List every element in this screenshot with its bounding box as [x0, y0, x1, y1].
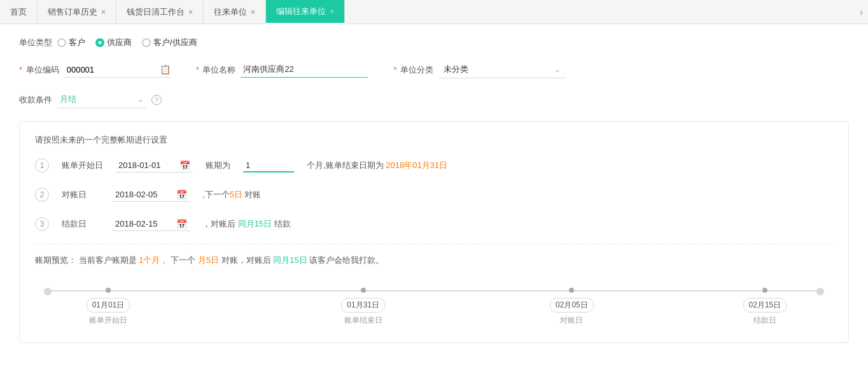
unit-name-input[interactable] — [241, 62, 368, 78]
timeline-date-2: 01月31日 — [341, 298, 385, 313]
tab-counterpart-close[interactable]: × — [251, 8, 255, 17]
radio-both-label: 客户/供应商 — [153, 37, 197, 48]
preview-highlight-3: 同月15日 — [273, 255, 307, 265]
step-date-1: 📅 — [116, 159, 193, 172]
step-label-1: 账单开始日 — [62, 160, 103, 171]
step-2-highlight: 5日 — [230, 190, 242, 199]
payment-terms-select[interactable]: 月结 ⌄ — [57, 91, 146, 108]
unit-code-star: * — [19, 65, 22, 74]
payment-terms-chevron-down-icon: ⌄ — [137, 95, 144, 104]
unit-code-input[interactable] — [64, 62, 160, 77]
step-row-1: 1 账单开始日 📅 账期为 个月,账单结束日期为 2018年01月31日 — [35, 158, 833, 172]
unit-type-row: 单位类型 客户 供应商 客户/供应商 — [19, 37, 849, 48]
unit-type-radio-group: 客户 供应商 客户/供应商 — [57, 37, 197, 48]
unit-code-label: * 单位编码 — [19, 64, 59, 76]
timeline-dot-1 — [106, 288, 111, 293]
tab-cash-work-label: 钱货日清工作台 — [127, 6, 185, 18]
timeline-label-3: 对账日 — [560, 315, 583, 326]
timeline-date-4: 02月15日 — [743, 298, 787, 313]
step-date-input-2[interactable] — [115, 190, 172, 199]
radio-supplier[interactable]: 供应商 — [95, 37, 132, 48]
preview-text-2: 下一个 — [171, 255, 195, 265]
unit-category-value: 未分类 — [444, 64, 550, 75]
payment-terms-row: 收款条件 月结 ⌄ ? — [19, 91, 849, 108]
tab-home[interactable]: 首页 — [0, 0, 38, 24]
timeline-dot-2 — [361, 288, 366, 293]
payment-terms-field: 收款条件 月结 ⌄ ? — [19, 91, 162, 108]
tab-home-label: 首页 — [10, 6, 27, 18]
step-3-highlight: 同月15日 — [238, 219, 272, 229]
radio-both[interactable]: 客户/供应商 — [142, 37, 197, 48]
radio-supplier-label: 供应商 — [107, 37, 132, 48]
preview-label: 账期预览： — [35, 255, 76, 265]
timeline-point-4: 02月15日 结款日 — [743, 285, 787, 326]
timeline-dot-4 — [762, 288, 767, 293]
step-label-2: 对账日 — [62, 189, 100, 201]
radio-customer-label: 客户 — [69, 37, 85, 48]
calendar-icon-3[interactable]: 📅 — [176, 219, 187, 229]
tab-counterpart[interactable]: 往来单位 × — [204, 0, 266, 24]
step-2-desc: ,下一个5日 对账 — [202, 189, 261, 201]
timeline-dot-left — [44, 288, 52, 295]
tab-edit-counterpart[interactable]: 编辑往来单位 × — [266, 0, 345, 24]
radio-both-circle — [142, 38, 151, 47]
calendar-icon-2[interactable]: 📅 — [176, 190, 187, 200]
unit-name-field: * 单位名称 — [196, 62, 368, 78]
main-content: 单位类型 客户 供应商 客户/供应商 * 单位编码 — [0, 24, 868, 387]
tab-counterpart-label: 往来单位 — [214, 6, 247, 18]
timeline-point-1: 01月01日 账单开始日 — [87, 285, 130, 326]
timeline-date-3: 02月05日 — [550, 298, 594, 313]
unit-category-label: * 单位分类 — [393, 64, 433, 76]
preview-highlight-1: 1个月， — [139, 255, 168, 265]
step-date-input-3[interactable] — [115, 219, 172, 229]
tab-sales-history-label: 销售订单历史 — [48, 6, 97, 18]
step-period-label: 账期为 — [206, 160, 230, 171]
unit-info-row: * 单位编码 📋 * 单位名称 * 单位分类 未分类 ⌄ — [19, 61, 849, 78]
tab-scroll-arrow[interactable]: › — [855, 0, 868, 24]
calendar-icon-1[interactable]: 📅 — [179, 160, 190, 171]
step-3-desc: ，对账后 同月15日 结款 — [202, 218, 291, 230]
timeline-label-1: 账单开始日 — [89, 315, 127, 326]
step-row-2: 2 对账日 📅 ,下一个5日 对账 — [35, 188, 833, 202]
timeline: 01月01日 账单开始日 01月31日 账单结束日 02月05日 对账日 — [48, 285, 820, 330]
step-label-3: 结款日 — [62, 218, 100, 230]
unit-type-label: 单位类型 — [19, 37, 52, 48]
tab-sales-history-close[interactable]: × — [101, 8, 106, 17]
step-date-3: 📅 — [113, 218, 190, 231]
unit-name-star: * — [196, 65, 199, 74]
tab-sales-history[interactable]: 销售订单历史 × — [38, 0, 116, 24]
step-date-input-1[interactable] — [118, 160, 176, 170]
help-icon[interactable]: ? — [151, 95, 162, 105]
unit-category-field: * 单位分类 未分类 ⌄ — [393, 61, 566, 78]
period-end-date: 2018年01月31日 — [386, 160, 447, 170]
preview-text: 账期预览： 当前客户账期是 1个月， 下一个 月5日 对账，对账后 同月15日 … — [35, 255, 833, 266]
tab-cash-work[interactable]: 钱货日清工作台 × — [116, 0, 204, 24]
unit-category-select[interactable]: 未分类 ⌄ — [438, 61, 566, 78]
payment-terms-value: 月结 — [60, 94, 134, 105]
tab-edit-counterpart-label: 编辑往来单位 — [276, 6, 326, 17]
period-months-input[interactable] — [243, 159, 294, 172]
unit-code-field: * 单位编码 📋 — [19, 62, 171, 78]
tab-edit-counterpart-close[interactable]: × — [330, 7, 334, 16]
unit-code-input-wrap: 📋 — [64, 62, 171, 78]
timeline-label-4: 结款日 — [753, 315, 776, 326]
unit-name-label: * 单位名称 — [196, 64, 236, 76]
unit-category-star: * — [393, 65, 396, 74]
radio-customer[interactable]: 客户 — [57, 37, 85, 48]
category-chevron-down-icon: ⌄ — [554, 65, 561, 74]
period-card: 请按照未来的一个完整帐期进行设置 1 账单开始日 📅 账期为 个月,账单结束日期… — [19, 121, 849, 343]
radio-supplier-circle — [95, 38, 104, 47]
timeline-label-2: 账单结束日 — [344, 315, 382, 326]
copy-icon[interactable]: 📋 — [160, 64, 171, 74]
unit-type-field: 单位类型 客户 供应商 客户/供应商 — [19, 37, 197, 48]
tab-cash-work-close[interactable]: × — [188, 8, 193, 17]
timeline-point-2: 01月31日 账单结束日 — [341, 285, 385, 326]
tab-bar: 首页 销售订单历史 × 钱货日清工作台 × 往来单位 × 编辑往来单位 × › — [0, 0, 868, 24]
step-period-suffix: 个月,账单结束日期为 2018年01月31日 — [307, 160, 447, 171]
preview-highlight-2: 月5日 — [198, 255, 219, 265]
preview-text-3: 对账，对账后 — [221, 255, 271, 265]
step-date-2: 📅 — [113, 188, 190, 202]
radio-customer-circle — [57, 38, 66, 47]
timeline-date-1: 01月01日 — [87, 298, 130, 313]
timeline-dot-3 — [569, 288, 574, 293]
